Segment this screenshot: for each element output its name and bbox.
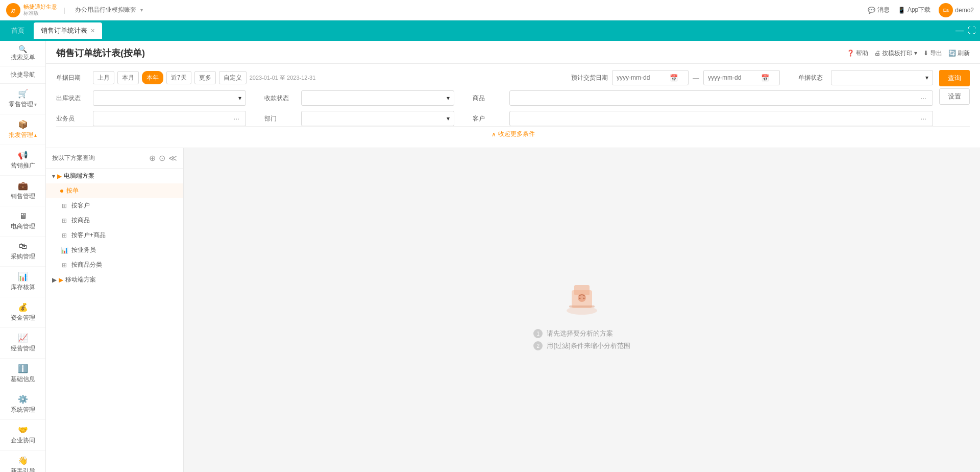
tab-bar-actions: — ⛶ — [955, 26, 976, 35]
calendar-end-icon[interactable]: 📅 — [761, 74, 769, 82]
page-title: 销售订单统计表(按单) — [56, 47, 145, 59]
scheme-category-pc[interactable]: ▾ ▶ 电脑端方案 — [46, 169, 183, 183]
sidebar-nav[interactable]: 快捷导航 — [0, 66, 45, 84]
expected-date-group: 预计交货日期 📅 — 📅 — [571, 70, 780, 85]
sidebar-item-purchase[interactable]: 🛍 采购管理 — [0, 237, 45, 267]
filter-conditions: 单据日期 上月 本月 本年 近7天 更多 自定义 2023-01-01 至 20… — [56, 70, 933, 126]
help-button[interactable]: ❓ 帮助 — [847, 49, 868, 58]
date-btn-last-month[interactable]: 上月 — [93, 71, 114, 84]
scheme-sub-by-salesperson[interactable]: 📊 按业务员 — [46, 243, 183, 257]
top-bar-left: 好 畅捷通好生意 标准版 | 办公用品行业模拟账套 ▾ — [6, 3, 143, 17]
print-button[interactable]: 🖨 按模板打印 ▾ — [874, 49, 917, 58]
export-button[interactable]: ⬇ 导出 — [923, 49, 942, 58]
by-customer-goods-icon: ⊞ — [60, 232, 68, 239]
purchase-icon: 🛍 — [19, 242, 27, 251]
scheme-panel: 按以下方案查询 ⊕ ⊙ ≪ ▾ ▶ 电脑端方案 — [46, 148, 184, 472]
message-icon: 💬 — [868, 7, 875, 14]
content-area: 销售订单统计表(按单) ❓ 帮助 🖨 按模板打印 ▾ ⬇ 导出 🔄 刷新 — [46, 41, 980, 472]
tab-sales-order[interactable]: 销售订单统计表 ✕ — [34, 22, 102, 39]
sidebar-item-marketing[interactable]: 📢 营销推广 — [0, 145, 45, 176]
pay-status-label: 收款状态 — [264, 94, 293, 103]
expected-date-start[interactable]: 📅 — [612, 70, 689, 85]
scheme-sub-by-customer-goods[interactable]: ⊞ 按客户+商品 — [46, 228, 183, 243]
customer-ellipsis-icon[interactable]: ··· — [918, 114, 928, 123]
filter-row-2: 出库状态 ▾ 收款状态 ▾ 商品 — [56, 90, 933, 106]
customer-label: 客户 — [473, 114, 501, 123]
scheme-category-mobile[interactable]: ▶ ▶ 移动端方案 — [46, 272, 183, 287]
date-btn-this-month[interactable]: 本月 — [117, 71, 139, 84]
scheme-header: 按以下方案查询 ⊕ ⊙ ≪ — [46, 148, 183, 169]
main-layout: 🔍 搜索菜单 快捷导航 🛒 零售管理 ▾ 📦 批发管理 ▴ 📢 营销推广 💼 — [0, 41, 980, 472]
scheme-mobile-icon: ▶ — [59, 276, 63, 284]
expected-date-label: 预计交货日期 — [571, 74, 608, 82]
retail-icon: 🛒 — [18, 89, 28, 99]
expected-date-end[interactable]: 📅 — [703, 70, 780, 85]
sidebar-item-sales[interactable]: 💼 销售管理 — [0, 176, 45, 206]
ship-status-label: 出库状态 — [56, 94, 85, 103]
scheme-add-icon[interactable]: ⊕ — [149, 153, 156, 163]
tab-minimize-icon[interactable]: — — [955, 26, 964, 35]
date-btn-this-year[interactable]: 本年 — [142, 71, 163, 84]
sidebar-item-ecommerce[interactable]: 🖥 电商管理 — [0, 206, 45, 237]
pay-status-select[interactable]: ▾ — [301, 90, 454, 106]
department-dropdown-icon: ▾ — [447, 115, 450, 122]
sidebar-item-system[interactable]: ⚙️ 系统管理 — [0, 389, 45, 420]
settings-button[interactable]: 设置 — [939, 88, 970, 105]
scheme-collapse-icon[interactable]: ≪ — [168, 153, 177, 163]
user-avatar[interactable]: Ea demo2 — [939, 3, 974, 17]
by-goods-category-icon: ⊞ — [60, 262, 68, 269]
ship-status-select[interactable]: ▾ — [93, 90, 246, 106]
sidebar-item-operations[interactable]: 📈 经营管理 — [0, 328, 45, 359]
main-content: 1 请先选择要分析的方案 2 用[过滤]条件来缩小分析范围 — [184, 148, 980, 472]
customer-input[interactable]: ··· — [509, 111, 933, 126]
scheme-category-expand-icon: ▾ — [52, 173, 55, 180]
salesperson-ellipsis-icon[interactable]: ··· — [231, 114, 241, 123]
goods-ellipsis-icon[interactable]: ··· — [918, 94, 928, 102]
sidebar-item-wholesale[interactable]: 📦 批发管理 ▴ — [0, 114, 45, 145]
scheme-list: ▾ ▶ 电脑端方案 按单 ⊞ 按客户 — [46, 169, 183, 472]
date-btn-more[interactable]: 更多 — [194, 71, 216, 84]
tab-home[interactable]: 首页 — [4, 22, 32, 39]
expected-date-start-input[interactable] — [617, 74, 668, 81]
sidebar-item-inventory[interactable]: 📊 库存核算 — [0, 267, 45, 297]
tab-maximize-icon[interactable]: ⛶ — [968, 26, 976, 35]
print-dropdown-icon[interactable]: ▾ — [914, 50, 917, 57]
sidebar-item-enterprise[interactable]: 🤝 企业协同 — [0, 420, 45, 451]
refresh-icon: 🔄 — [948, 50, 956, 57]
sidebar-search[interactable]: 🔍 搜索菜单 — [0, 41, 45, 66]
scheme-sub-by-customer[interactable]: ⊞ 按客户 — [46, 198, 183, 213]
scheme-sub-by-goods[interactable]: ⊞ 按商品 — [46, 213, 183, 228]
sidebar-item-finance[interactable]: 💰 资金管理 — [0, 297, 45, 328]
sidebar-item-basic[interactable]: ℹ️ 基础信息 — [0, 359, 45, 389]
svg-point-6 — [579, 298, 580, 299]
by-salesperson-icon: 📊 — [60, 247, 68, 254]
export-icon: ⬇ — [923, 50, 928, 57]
query-button[interactable]: 查询 — [939, 70, 970, 86]
order-status-select[interactable]: ▾ — [831, 70, 933, 85]
tab-close-icon[interactable]: ✕ — [90, 28, 95, 34]
empty-state-illustration — [556, 270, 607, 321]
date-btn-7days[interactable]: 近7天 — [166, 71, 191, 84]
expected-date-end-input[interactable] — [708, 74, 759, 81]
refresh-button[interactable]: 🔄 刷新 — [948, 49, 970, 58]
app-download-button[interactable]: 📱 App下载 — [898, 6, 930, 14]
filter-panel: 单据日期 上月 本月 本年 近7天 更多 自定义 2023-01-01 至 20… — [46, 64, 980, 148]
ecommerce-icon: 🖥 — [19, 211, 27, 221]
page-actions: ❓ 帮助 🖨 按模板打印 ▾ ⬇ 导出 🔄 刷新 — [847, 49, 970, 58]
scheme-sub-by-order[interactable]: 按单 — [46, 183, 183, 198]
date-btn-custom[interactable]: 自定义 — [219, 71, 247, 84]
scheme-sub-by-goods-category[interactable]: ⊞ 按商品分类 — [46, 257, 183, 272]
message-button[interactable]: 💬 消息 — [868, 6, 890, 14]
collapse-button[interactable]: ∧ 收起更多条件 — [492, 130, 535, 138]
top-bar-right: 💬 消息 📱 App下载 Ea demo2 — [868, 3, 974, 17]
collapse-up-icon: ∧ — [492, 131, 496, 138]
sidebar-item-retail[interactable]: 🛒 零售管理 ▾ — [0, 84, 45, 114]
calendar-start-icon[interactable]: 📅 — [670, 74, 678, 82]
logo-icon: 好 — [6, 3, 20, 17]
salesperson-input[interactable]: ··· — [93, 111, 246, 126]
goods-input[interactable]: ··· — [509, 90, 933, 106]
department-select[interactable]: ▾ — [301, 111, 454, 126]
sidebar-item-newuser[interactable]: 👋 新手引导 — [0, 451, 45, 472]
app-dropdown-icon[interactable]: ▾ — [140, 7, 143, 13]
scheme-edit-icon[interactable]: ⊙ — [159, 153, 165, 163]
